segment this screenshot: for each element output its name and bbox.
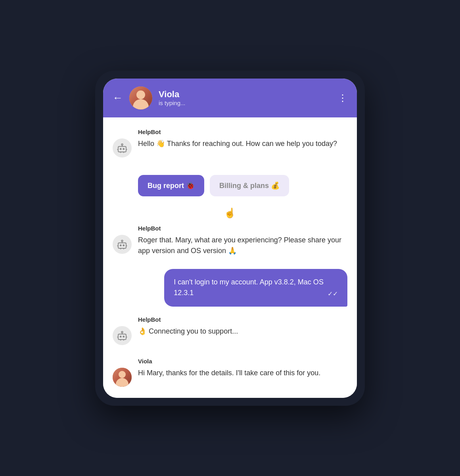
bot-avatar-3 — [113, 326, 132, 345]
phone-inner: ← Viola is typing... ⋮ HelpBot — [103, 79, 357, 398]
bot-row-1: Hello 👋 Thanks for reaching out. How can… — [113, 138, 347, 157]
cursor-icon: ☝️ — [224, 207, 236, 219]
bot-message-group-3: HelpBot 👌 Connecting you to — [113, 316, 347, 345]
robot-icon-3 — [116, 330, 128, 342]
user-message-text: I can't login to my account. App v3.8.2,… — [174, 278, 324, 297]
bot-message-text-3: 👌 Connecting you to support... — [138, 326, 347, 337]
sender-name-helpbot-3: HelpBot — [138, 316, 347, 323]
header-agent-name: Viola — [159, 89, 332, 100]
sender-name-viola: Viola — [138, 358, 347, 365]
phone-frame: ← Viola is typing... ⋮ HelpBot — [95, 71, 365, 406]
cursor-area: ☝️ — [113, 207, 347, 219]
viola-message-text: Hi Mary, thanks for the details. I'll ta… — [138, 368, 347, 378]
robot-icon-1 — [116, 142, 128, 154]
svg-rect-9 — [120, 336, 121, 337]
svg-point-11 — [121, 331, 123, 333]
svg-point-7 — [121, 240, 123, 242]
agent-avatar-image — [129, 86, 152, 109]
bot-avatar-1 — [113, 138, 132, 157]
billing-plans-button[interactable]: Billing & plans 💰 — [210, 175, 289, 196]
agent-message-group: Viola Hi Mary, thanks for the details. I… — [113, 358, 347, 387]
svg-rect-6 — [123, 245, 125, 246]
more-options-button[interactable]: ⋮ — [338, 92, 347, 104]
header-agent-status: is typing... — [159, 100, 332, 106]
user-message-bubble: I can't login to my account. App v3.8.2,… — [164, 269, 347, 307]
chat-header: ← Viola is typing... ⋮ — [103, 79, 357, 117]
robot-icon-2 — [116, 238, 128, 250]
message-read-receipt: ✓✓ — [328, 289, 338, 299]
viola-avatar-image — [113, 368, 132, 387]
svg-rect-0 — [118, 146, 126, 152]
agent-row: Hi Mary, thanks for the details. I'll ta… — [113, 368, 347, 387]
agent-avatar-header — [129, 86, 152, 109]
back-button[interactable]: ← — [113, 92, 123, 104]
bot-message-group-1: HelpBot Hello 👋 Thanks for — [113, 129, 347, 157]
svg-point-3 — [121, 144, 123, 145]
user-message-wrap: I can't login to my account. App v3.8.2,… — [113, 269, 347, 307]
viola-avatar — [113, 368, 132, 387]
header-info: Viola is typing... — [159, 89, 332, 106]
bot-row-3: 👌 Connecting you to support... — [113, 326, 347, 345]
bot-row-2: Roger that. Mary, what are you experienc… — [113, 235, 347, 256]
svg-rect-5 — [120, 245, 121, 246]
bot-message-text-2: Roger that. Mary, what are you experienc… — [138, 235, 347, 256]
bot-message-text-1: Hello 👋 Thanks for reaching out. How can… — [138, 138, 347, 149]
bot-avatar-2 — [113, 235, 132, 254]
svg-rect-2 — [123, 148, 125, 150]
bot-message-group-2: HelpBot Roger that. Mary, wh — [113, 225, 347, 256]
svg-rect-4 — [118, 243, 126, 248]
quick-replies: Bug report 🐞 Billing & plans 💰 — [138, 175, 347, 196]
sender-name-helpbot-2: HelpBot — [138, 225, 347, 232]
sender-name-helpbot-1: HelpBot — [138, 129, 347, 135]
svg-rect-8 — [118, 334, 126, 340]
chat-body: HelpBot Hello 👋 Thanks for — [103, 117, 357, 398]
svg-rect-1 — [120, 148, 121, 150]
svg-rect-10 — [123, 336, 125, 337]
bug-report-button[interactable]: Bug report 🐞 — [138, 175, 204, 196]
